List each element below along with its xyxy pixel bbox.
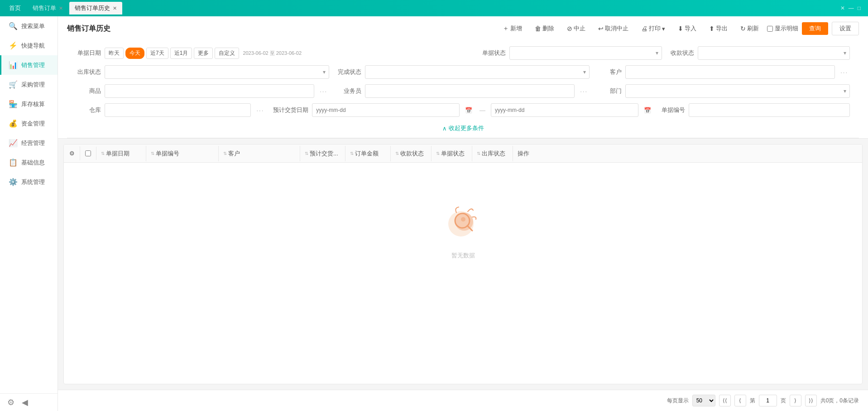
tab-sales-order[interactable]: 销售订单 ✕ bbox=[27, 2, 68, 15]
complete-status-select[interactable] bbox=[365, 65, 590, 79]
payment-status-select[interactable] bbox=[698, 46, 850, 60]
import-button[interactable]: ⬇ 导入 bbox=[673, 22, 701, 35]
order-status-select[interactable] bbox=[509, 46, 662, 60]
sidebar-item-basic-info[interactable]: 📋 基础信息 bbox=[0, 153, 58, 172]
sidebar-collapse-icon[interactable]: ◀ bbox=[22, 397, 28, 407]
settings-icon[interactable]: ⚙ bbox=[69, 150, 75, 157]
sales-order-history-tab-close[interactable]: ✕ bbox=[113, 5, 117, 11]
refresh-button[interactable]: ↻ 刷新 bbox=[736, 22, 763, 35]
th-check[interactable] bbox=[80, 147, 96, 160]
prev-page-btn[interactable]: ⟨ bbox=[734, 395, 746, 406]
department-select[interactable] bbox=[625, 84, 850, 98]
export-button[interactable]: ⬆ 导出 bbox=[705, 22, 732, 35]
collapse-row[interactable]: ∧ 收起更多条件 bbox=[76, 122, 850, 132]
delivery-date-calendar-icon-1[interactable]: 📅 bbox=[463, 107, 474, 114]
product-input[interactable] bbox=[105, 84, 314, 98]
th-date-icon[interactable]: ⇅ bbox=[101, 151, 105, 156]
sidebar-item-sales[interactable]: 📊 销售管理 bbox=[0, 55, 58, 75]
sidebar-item-finance-label: 资金管理 bbox=[21, 120, 45, 128]
salesperson-filter: 业务员 ··· bbox=[336, 84, 590, 98]
th-warehouse-status-icon[interactable]: ⇅ bbox=[477, 151, 480, 156]
delivery-date-start-input[interactable] bbox=[312, 103, 460, 117]
payment-status-select-wrapper[interactable] bbox=[698, 46, 850, 60]
sales-order-tab-close[interactable]: ✕ bbox=[59, 5, 63, 11]
tab-home[interactable]: 首页 bbox=[4, 2, 26, 15]
date-today-btn[interactable]: 今天 bbox=[125, 48, 144, 59]
stop-button[interactable]: ⊘ 中止 bbox=[562, 22, 590, 35]
warehouse-dots-btn[interactable]: ··· bbox=[254, 107, 266, 114]
order-status-select-wrapper[interactable] bbox=[509, 46, 662, 60]
next-page-btn[interactable]: ⟩ bbox=[790, 395, 801, 406]
refresh-icon: ↻ bbox=[740, 25, 746, 32]
complete-status-label: 完成状态 bbox=[336, 68, 361, 76]
last-page-btn[interactable]: ⟩⟩ bbox=[805, 395, 817, 406]
th-num-icon[interactable]: ⇅ bbox=[151, 151, 154, 156]
sidebar-item-search[interactable]: 🔍 搜索菜单 bbox=[0, 16, 58, 36]
sidebar-item-purchase[interactable]: 🛒 采购管理 bbox=[0, 75, 58, 94]
delivery-date-calendar-icon-2[interactable]: 📅 bbox=[642, 107, 653, 114]
settings-button[interactable]: 设置 bbox=[832, 22, 859, 35]
warehouse-status-select[interactable] bbox=[105, 65, 329, 79]
th-pay-status-icon[interactable]: ⇅ bbox=[395, 151, 399, 156]
date-1month-btn[interactable]: 近1月 bbox=[170, 48, 192, 59]
cancel-stop-button[interactable]: ↩ 取消中止 bbox=[594, 22, 633, 35]
sidebar-item-search-label: 搜索菜单 bbox=[21, 22, 45, 30]
empty-text: 暂无数据 bbox=[451, 251, 475, 260]
department-select-wrapper[interactable] bbox=[625, 84, 850, 98]
cancel-stop-button-label: 取消中止 bbox=[605, 24, 628, 33]
th-customer-icon[interactable]: ⇅ bbox=[223, 151, 227, 156]
date-more-btn[interactable]: 更多 bbox=[194, 48, 213, 59]
topbar-maximize-icon[interactable]: □ bbox=[858, 5, 861, 11]
collapse-label: 收起更多条件 bbox=[449, 124, 484, 132]
stop-icon: ⊘ bbox=[567, 25, 572, 32]
sidebar-item-operations[interactable]: 📈 经营管理 bbox=[0, 133, 58, 153]
warehouse-input[interactable] bbox=[105, 103, 251, 117]
sidebar-item-basic-info-label: 基础信息 bbox=[21, 159, 45, 167]
sidebar-item-inventory[interactable]: 🏪 库存核算 bbox=[0, 94, 58, 114]
sidebar-item-quick-nav[interactable]: ⚡ 快捷导航 bbox=[0, 36, 58, 55]
salesperson-input[interactable] bbox=[365, 84, 575, 98]
sidebar-item-system[interactable]: ⚙️ 系统管理 bbox=[0, 172, 58, 192]
delete-button[interactable]: 🗑 删除 bbox=[530, 22, 559, 35]
date-filter: 单据日期 昨天 今天 近7天 近1月 更多 自定义 2023-06-02 至 2… bbox=[76, 48, 474, 59]
th-delivery-icon[interactable]: ⇅ bbox=[305, 151, 308, 156]
th-settings[interactable]: ⚙ bbox=[64, 146, 80, 160]
show-details-checkbox-label[interactable]: 显示明细 bbox=[767, 24, 798, 33]
page-number-input[interactable] bbox=[759, 395, 777, 406]
sidebar-item-finance[interactable]: 💰 资金管理 bbox=[0, 114, 58, 133]
complete-status-select-wrapper[interactable] bbox=[365, 65, 590, 79]
salesperson-label: 业务员 bbox=[336, 87, 361, 95]
svg-point-4 bbox=[461, 217, 465, 222]
warehouse-label: 仓库 bbox=[76, 106, 101, 114]
delivery-date-end-input[interactable] bbox=[491, 103, 638, 117]
first-page-btn[interactable]: ⟨⟨ bbox=[719, 395, 731, 406]
show-details-checkbox[interactable] bbox=[767, 26, 773, 32]
th-pay-status: ⇅ 收款状态 bbox=[391, 146, 432, 161]
customer-dots-btn[interactable]: ··· bbox=[839, 69, 850, 76]
th-order-status-icon[interactable]: ⇅ bbox=[436, 151, 440, 156]
date-range-text: 2023-06-02 至 2023-06-02 bbox=[243, 50, 302, 57]
tab-sales-order-history[interactable]: 销售订单历史 ✕ bbox=[69, 2, 122, 15]
date-7days-btn[interactable]: 近7天 bbox=[146, 48, 168, 59]
finance-icon: 💰 bbox=[9, 119, 18, 128]
sidebar-settings-icon[interactable]: ⚙ bbox=[7, 397, 14, 407]
print-button[interactable]: 🖨 打印 ▾ bbox=[637, 22, 670, 35]
new-button[interactable]: ＋ 新增 bbox=[498, 22, 527, 35]
select-all-checkbox[interactable] bbox=[85, 150, 91, 156]
date-filter-label: 单据日期 bbox=[76, 49, 101, 57]
customer-input[interactable] bbox=[625, 65, 835, 79]
import-button-label: 导入 bbox=[685, 24, 696, 33]
date-yesterday-btn[interactable]: 昨天 bbox=[105, 48, 124, 59]
per-page-select[interactable]: 50 20 100 bbox=[692, 395, 715, 406]
order-number-input[interactable] bbox=[689, 103, 850, 117]
topbar-close-icon[interactable]: ✕ bbox=[840, 5, 845, 11]
topbar-minimize-icon[interactable]: — bbox=[849, 5, 854, 11]
th-amount-icon[interactable]: ⇅ bbox=[350, 151, 354, 156]
warehouse-status-select-wrapper[interactable] bbox=[105, 65, 329, 79]
query-button[interactable]: 查询 bbox=[802, 22, 828, 35]
date-custom-btn[interactable]: 自定义 bbox=[215, 48, 239, 59]
salesperson-dots-btn[interactable]: ··· bbox=[578, 88, 590, 95]
product-dots-btn[interactable]: ··· bbox=[318, 88, 329, 95]
customer-label: 客户 bbox=[597, 68, 622, 76]
table-header: ⚙ ⇅ 单据日期 ⇅ 单据编号 ⇅ 客户 ⇅ bbox=[64, 145, 862, 163]
